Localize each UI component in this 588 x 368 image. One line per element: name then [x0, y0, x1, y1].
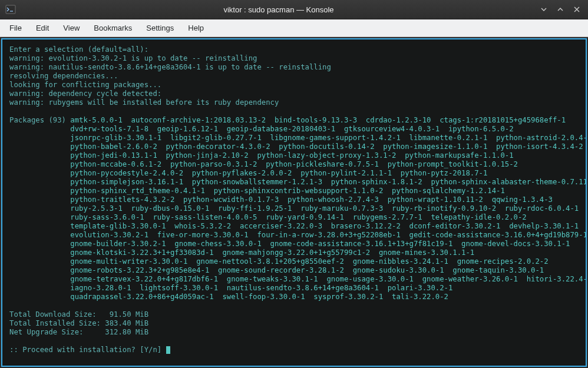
konsole-window: viktor : sudo pacman — Konsole File Edit… [0, 0, 588, 368]
chevron-down-icon [540, 6, 547, 13]
svg-rect-0 [6, 5, 15, 14]
menu-file[interactable]: File [2, 21, 29, 35]
terminal-line: resolving dependencies... [9, 72, 118, 80]
terminal-viewport[interactable]: Enter a selection (default=all): warning… [1, 38, 587, 367]
minimize-button[interactable] [537, 3, 550, 16]
app-icon [5, 4, 16, 15]
net-upgrade-label: Net Upgrade Size: [9, 328, 83, 336]
pkg-line: quadrapassel-3.22.0+86+g4d059ac-1 swell-… [70, 293, 448, 301]
close-icon [573, 6, 580, 13]
pkg-line: python-babel-2.6.0-2 python-decorator-4.… [70, 142, 583, 151]
pkg-line: ruby-sass-3.6.0-1 ruby-sass-listen-4.0.0… [70, 213, 526, 221]
pkg-line: python-sphinx_rtd_theme-0.4.1-1 python-s… [70, 187, 505, 195]
pkg-line: iagno-3.28.0-1 lightsoff-3.30.0-1 nautil… [70, 284, 452, 292]
menu-bookmarks[interactable]: Bookmarks [87, 21, 139, 35]
titlebar[interactable]: viktor : sudo pacman — Konsole [0, 0, 588, 19]
pkg-line: jsonrpc-glib-3.30.1-1 libgit2-glib-0.27.… [70, 134, 587, 142]
total-installed-value: 383.40 MiB [101, 319, 148, 327]
pkg-line: gnome-robots-3.22.3+2+g985e8e4-1 gnome-s… [70, 266, 544, 274]
chevron-up-icon [557, 6, 564, 13]
menu-settings[interactable]: Settings [139, 21, 181, 35]
pkg-line: ruby-2.5.3-1 ruby-dbus-0.15.0-1 ruby-ffi… [70, 204, 579, 213]
menu-view[interactable]: View [56, 21, 87, 35]
pkg-line: python-traitlets-4.3.2-2 python-wcwidth-… [70, 195, 553, 204]
menu-help[interactable]: Help [181, 21, 211, 35]
maximize-button[interactable] [554, 3, 567, 16]
pkg-line: python-pycodestyle-2.4.0-2 python-pyflak… [70, 169, 487, 177]
pkg-line: gnome-builder-3.30.2-1 gnome-chess-3.30.… [70, 240, 570, 248]
pkg-line: gnome-klotski-3.22.3+1+gf33083d-1 gnome-… [70, 248, 474, 257]
terminal-line: looking for conflicting packages... [9, 81, 161, 89]
pkg-line: gnome-multi-writer-3.30.0-1 gnome-nettoo… [70, 257, 548, 266]
total-installed-label: Total Installed Size: [9, 319, 101, 327]
pkg-line: python-jedi-0.13.1-1 python-jinja-2.10-2… [70, 151, 513, 160]
close-button[interactable] [570, 3, 583, 16]
packages-header: Packages (93) [9, 116, 66, 124]
total-download-label: Total Download Size: [9, 310, 97, 319]
pkg-line: dvd+rw-tools-7.1-8 geoip-1.6.12-1 geoip-… [70, 125, 513, 133]
menu-edit[interactable]: Edit [29, 21, 56, 35]
pkg-line: amtk-5.0.0-1 autoconf-archive-1:2018.03.… [66, 116, 566, 124]
pkg-line: python-simplejson-3.16.1-1 python-snowba… [70, 178, 587, 186]
terminal-line: warning: evolution-3.30.2-1 is up to dat… [9, 54, 257, 62]
terminal-line: warning: nautilus-sendto-3.8.6+14+ge8a36… [9, 63, 331, 71]
terminal-line: warning: rubygems will be installed befo… [9, 98, 279, 107]
net-upgrade-value: 312.80 MiB [83, 328, 148, 336]
pkg-line: template-glib-3.30.0-1 whois-5.3.2-2 acc… [70, 222, 579, 230]
pkg-line: gnome-tetravex-3.22.0+4+g817dbf6-1 gnome… [70, 275, 587, 283]
window-title: viktor : sudo pacman — Konsole [20, 5, 537, 14]
proceed-prompt: :: Proceed with installation? [Y/n] [9, 346, 166, 354]
menubar: File Edit View Bookmarks Settings Help [0, 19, 588, 37]
terminal-line: Enter a selection (default=all): [9, 45, 148, 54]
total-download-value: 91.50 MiB [97, 310, 149, 319]
pkg-line: evolution-3.30.2-1 five-or-more-3.30.0-1… [70, 231, 587, 239]
terminal-line: warning: dependency cycle detected: [9, 89, 161, 98]
pkg-line: python-mccabe-0.6.1-2 python-parso-0.3.1… [70, 160, 518, 168]
window-controls [537, 3, 583, 16]
terminal-cursor [166, 346, 170, 354]
